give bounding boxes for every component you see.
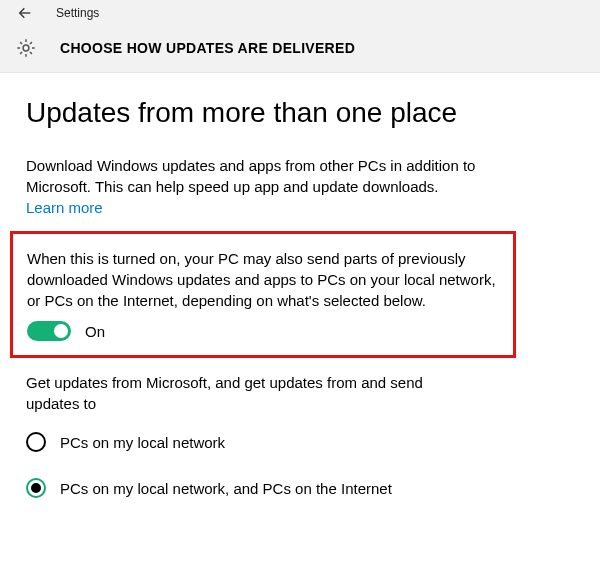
settings-label: Settings bbox=[56, 6, 99, 20]
header-main-row: CHOOSE HOW UPDATES ARE DELIVERED bbox=[0, 26, 600, 72]
delivery-toggle[interactable] bbox=[27, 321, 71, 341]
content-area: Updates from more than one place Downloa… bbox=[0, 73, 600, 498]
toggle-knob bbox=[54, 324, 68, 338]
radio-option-local-network[interactable]: PCs on my local network bbox=[26, 432, 574, 452]
header: Settings CHOOSE HOW UPDATES ARE DELIVERE… bbox=[0, 0, 600, 73]
radio-indicator bbox=[26, 478, 46, 498]
toggle-row: On bbox=[27, 321, 499, 341]
learn-more-link[interactable]: Learn more bbox=[26, 199, 103, 216]
back-arrow-icon[interactable] bbox=[14, 2, 36, 24]
radio-label: PCs on my local network, and PCs on the … bbox=[60, 480, 392, 497]
sub-text: Get updates from Microsoft, and get upda… bbox=[26, 372, 466, 414]
highlight-box: When this is turned on, your PC may also… bbox=[10, 231, 516, 358]
gear-icon bbox=[14, 36, 38, 60]
svg-point-1 bbox=[23, 45, 29, 51]
radio-option-internet[interactable]: PCs on my local network, and PCs on the … bbox=[26, 478, 574, 498]
toggle-state-label: On bbox=[85, 323, 105, 340]
radio-indicator bbox=[26, 432, 46, 452]
page-title: Updates from more than one place bbox=[26, 97, 574, 129]
page-header-title: CHOOSE HOW UPDATES ARE DELIVERED bbox=[60, 40, 355, 56]
radio-label: PCs on my local network bbox=[60, 434, 225, 451]
header-top-row: Settings bbox=[0, 0, 600, 26]
intro-text: Download Windows updates and apps from o… bbox=[26, 155, 496, 197]
highlight-description: When this is turned on, your PC may also… bbox=[27, 248, 499, 311]
radio-group: PCs on my local network PCs on my local … bbox=[26, 432, 574, 498]
